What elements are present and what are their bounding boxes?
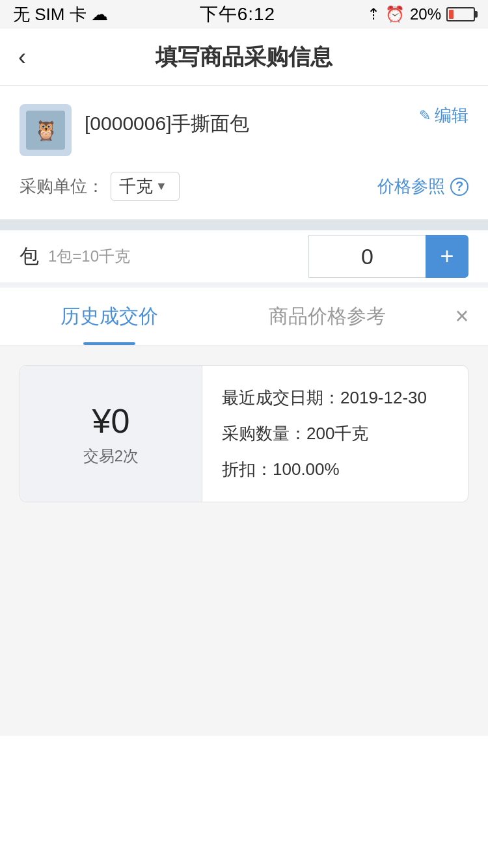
- back-button[interactable]: ‹: [18, 44, 26, 71]
- edit-label: 编辑: [435, 104, 468, 127]
- price-right-panel: 最近成交日期：2019-12-30 采购数量：200千克 折扣：100.00%: [202, 366, 468, 502]
- discount-label: 折扣：: [222, 459, 273, 479]
- product-logo-icon: 🦉: [34, 119, 58, 142]
- plus-button[interactable]: +: [426, 235, 468, 278]
- sim-status: 无 SIM 卡 ☁: [13, 3, 108, 26]
- quantity-input[interactable]: [308, 235, 426, 278]
- discount-row: 折扣：100.00%: [222, 457, 448, 482]
- purchase-qty-value: 200千克: [306, 424, 368, 443]
- tab-history-price[interactable]: 历史成交价: [0, 288, 218, 345]
- tabs-container: 历史成交价 商品价格参考 ×: [0, 288, 488, 346]
- section-divider: [0, 220, 488, 230]
- product-info: 🦉 [0000006]手撕面包: [20, 104, 249, 156]
- price-ref-label: 价格参照: [377, 175, 445, 198]
- purchase-unit-label: 采购单位：: [20, 175, 104, 198]
- price-symbol: ¥: [92, 402, 111, 440]
- unit-value: 千克: [119, 175, 153, 198]
- price-trades-count: 交易2次: [83, 446, 139, 467]
- recent-date-label: 最近成交日期：: [222, 388, 340, 407]
- recent-date-value: 2019-12-30: [340, 388, 427, 407]
- tab-history-price-label: 历史成交价: [61, 303, 158, 330]
- status-time: 下午6:12: [200, 2, 276, 27]
- battery-icon: [446, 7, 475, 21]
- close-icon: ×: [455, 303, 468, 330]
- purchase-quantity-row: 采购数量：200千克: [222, 421, 448, 446]
- nav-bar: ‹ 填写商品采购信息: [0, 29, 488, 86]
- edit-button[interactable]: ✎ 编辑: [419, 104, 468, 127]
- status-left: 无 SIM 卡 ☁: [13, 3, 108, 26]
- info-icon: ?: [450, 178, 468, 196]
- product-card: 🦉 [0000006]手撕面包 ✎ 编辑 采购单位： 千克 ▼ 价格参照 ?: [0, 86, 488, 220]
- purchase-unit: 采购单位： 千克 ▼: [20, 172, 180, 201]
- tab-active-indicator: [83, 342, 135, 345]
- page-title: 填写商品采购信息: [156, 42, 332, 72]
- discount-value: 100.00%: [273, 459, 340, 479]
- edit-icon: ✎: [419, 107, 431, 124]
- product-image-inner: 🦉: [26, 111, 65, 150]
- status-right: ⇡ ⏰ 20%: [367, 5, 475, 23]
- dropdown-arrow-icon: ▼: [156, 180, 167, 193]
- unit-conversion-label: 1包=10千克: [48, 246, 130, 267]
- product-name: [0000006]手撕面包: [85, 104, 249, 137]
- tabs-row: 历史成交价 商品价格参考 ×: [0, 288, 488, 345]
- close-tab-button[interactable]: ×: [436, 288, 488, 345]
- content-bottom-area: [0, 736, 488, 868]
- alarm-icon: ⏰: [385, 5, 405, 23]
- quantity-input-group: +: [308, 235, 468, 278]
- price-amount-display: ¥0: [92, 401, 130, 441]
- product-image: 🦉: [20, 104, 72, 156]
- tab-product-price-reference[interactable]: 商品价格参考: [218, 288, 436, 345]
- history-content-area: ¥0 交易2次 最近成交日期：2019-12-30 采购数量：200千克 折扣：…: [0, 346, 488, 736]
- product-top: 🦉 [0000006]手撕面包 ✎ 编辑: [20, 104, 468, 156]
- price-card: ¥0 交易2次 最近成交日期：2019-12-30 采购数量：200千克 折扣：…: [20, 365, 468, 502]
- tab-price-ref-label: 商品价格参考: [269, 303, 386, 330]
- price-reference-button[interactable]: 价格参照 ?: [377, 175, 468, 198]
- quantity-labels: 包 1包=10千克: [20, 243, 130, 270]
- unit-select-dropdown[interactable]: 千克 ▼: [111, 172, 180, 201]
- navigation-icon: ⇡: [367, 5, 380, 23]
- purchase-qty-label: 采购数量：: [222, 424, 306, 443]
- quantity-row: 包 1包=10千克 +: [0, 230, 488, 288]
- product-bottom: 采购单位： 千克 ▼ 价格参照 ?: [20, 172, 468, 201]
- unit-badge: 包: [20, 243, 39, 270]
- recent-transaction-date-row: 最近成交日期：2019-12-30: [222, 385, 448, 411]
- price-left-panel: ¥0 交易2次: [20, 366, 202, 502]
- status-bar: 无 SIM 卡 ☁ 下午6:12 ⇡ ⏰ 20%: [0, 0, 488, 29]
- price-value: 0: [111, 402, 130, 440]
- battery-percentage: 20%: [410, 5, 441, 23]
